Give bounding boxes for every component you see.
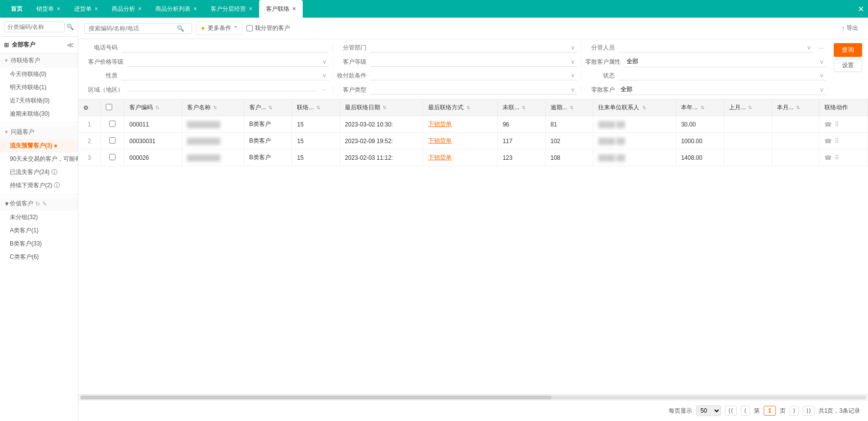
manager-more[interactable]: ··· [817,45,826,51]
col-contact-days[interactable]: 联络... ⇅ [292,99,340,116]
tab-analysis-list[interactable]: 商品分析列表 × [148,0,204,18]
last-page-btn[interactable]: ⟩⟩ [803,406,815,416]
status-select[interactable]: ∨ [619,71,826,80]
sidebar-item-today[interactable]: 今天待联络(0) [0,68,78,81]
tab-analysis-list-close[interactable]: × [193,5,197,12]
global-close-button[interactable]: ✕ [858,4,864,14]
col-name[interactable]: 客户名称 ⇅ [182,99,244,116]
retail-value: 全部 [621,85,632,94]
row-checkbox-2[interactable] [100,149,124,166]
page-unit-label: 页 [780,407,786,415]
sidebar-group-value[interactable]: ▼ 价值客户 ↻ ✎ [0,197,78,211]
col-settings[interactable]: ⚙ [78,99,100,116]
col-last-month[interactable]: 上月... ⇅ [724,99,772,116]
col-this-year[interactable]: 本年... ⇅ [676,99,724,116]
phone-input[interactable] [121,43,329,52]
row-checkbox-1[interactable] [100,133,124,149]
sidebar-item-a-class[interactable]: A类客户(1) [0,224,78,237]
action-contact-icon-2[interactable]: ☎ [824,154,832,161]
tab-sales[interactable]: 销货单 × [29,0,67,18]
col-contact-person[interactable]: 往来单位联系人 ⇅ [593,99,676,116]
search-icon[interactable]: 🔍 [177,25,184,32]
row-checkbox-0[interactable] [100,116,124,133]
retail-select[interactable]: 全部 ∨ [619,84,826,95]
tab-customer-tier[interactable]: 客户分层经营 × [204,0,259,18]
region-more[interactable]: ··· [320,86,329,93]
col-this-month[interactable]: 本月... ⇅ [772,99,820,116]
row-last-method-2[interactable]: 下销货单 [423,149,498,166]
sidebar-search-input[interactable] [4,22,65,32]
first-page-btn[interactable]: ⟨⟨ [725,406,737,416]
action-contact-icon-0[interactable]: ☎ [824,121,832,128]
tab-customer-contact[interactable]: 客户联络 × [259,0,303,18]
search-input[interactable] [89,25,177,32]
sidebar-item-declining[interactable]: 持续下滑客户(2) ⓘ [0,179,78,192]
action-more-icon-0[interactable]: ⠿ [835,121,839,128]
manager-arrow: ∨ [807,44,811,51]
col-type[interactable]: 客户... ⇅ [244,99,292,116]
tab-sales-close[interactable]: × [57,5,60,12]
scrollbar-thumb[interactable] [80,396,552,399]
row-last-method-0[interactable]: 下销货单 [423,116,498,133]
action-contact-icon-1[interactable]: ☎ [824,138,832,145]
filter-cell-region: 区域（地区） ··· [84,86,333,94]
prev-page-btn[interactable]: ⟨ [741,406,750,416]
action-more-icon-1[interactable]: ⠿ [835,138,839,145]
row-contact-person-1: ████ ██ [593,133,676,149]
churn-warning-tooltip: 90天未交易的客户，可能有流失风险。 [0,152,78,166]
tab-purchase[interactable]: 进货单 × [67,0,105,18]
manager-select[interactable]: ∨ [619,43,813,52]
customer-type-select[interactable]: ∨ [370,85,578,95]
settings-button[interactable]: 设置 [834,59,862,72]
retail-attr-select[interactable]: 全部 ∨ [625,56,826,67]
sidebar-item-ungroup[interactable]: 未分组(32) [0,211,78,224]
sidebar-item-c-class[interactable]: C类客户(6) [0,250,78,264]
col-uncontacted[interactable]: 未联... ⇅ [498,99,546,116]
refresh-icon[interactable]: ↻ [35,200,40,207]
next-page-btn[interactable]: ⟩ [790,406,799,416]
sidebar-item-week[interactable]: 近7天待联络(0) [0,94,78,107]
col-last-method[interactable]: 最后联络方式 ⇅ [423,99,498,116]
scrollbar-track[interactable] [80,396,866,399]
dept-select[interactable]: ∨ [370,43,578,52]
sidebar-item-churn-warning[interactable]: 流失预警客户(3) ● [0,139,78,152]
sidebar-group-pending[interactable]: ▼ 待联络客户 [0,53,78,68]
sidebar-item-b-class[interactable]: B类客户(33) [0,237,78,250]
col-overdue[interactable]: 逾期... ⇅ [545,99,593,116]
sidebar-all-customers[interactable]: ⊞ 全部客户 ≪ [0,37,78,53]
sidebar-item-churned[interactable]: 已流失客户(24) ⓘ [0,166,78,179]
col-checkbox[interactable] [100,99,124,116]
region-select[interactable] [127,89,316,91]
query-button[interactable]: 查询 [834,43,862,57]
my-customers-checkbox[interactable] [246,25,253,31]
payment-select[interactable]: ∨ [370,71,578,80]
tab-purchase-close[interactable]: × [95,5,98,12]
sidebar-group-problem[interactable]: ▼ 问题客户 [0,125,78,139]
sidebar-item-overdue[interactable]: 逾期未联络(30) [0,107,78,121]
row-num-2: 3 [78,149,100,166]
action-more-icon-2[interactable]: ⠿ [835,154,839,161]
edit-icon[interactable]: ✎ [42,200,47,207]
tab-customer-tier-close[interactable]: × [249,5,252,12]
nature-select[interactable]: ∨ [121,71,329,80]
my-customers-checkbox-label[interactable]: 我分管的客户 [246,24,290,32]
price-grade-select[interactable]: ∨ [127,57,329,67]
filter-btn[interactable]: ▼ 更多条件 ⌃ [196,22,242,35]
grade-select[interactable]: ∨ [370,57,578,67]
col-code[interactable]: 客户编码 ⇅ [124,99,182,116]
row-last-method-1[interactable]: 下销货单 [423,133,498,149]
export-btn[interactable]: ↑ 导出 [838,22,862,34]
tab-analysis-close[interactable]: × [138,5,142,12]
sidebar-search-icon[interactable]: 🔍 [67,24,74,30]
sidebar-item-tomorrow[interactable]: 明天待联络(1) [0,81,78,94]
tab-customer-contact-close[interactable]: × [292,5,296,12]
row-contact-days-0: 15 [292,116,340,133]
tab-sales-label: 销货单 [36,5,54,13]
tab-home[interactable]: 首页 [4,0,29,18]
row-this-year-0: 30.00 [676,116,724,133]
tab-analysis[interactable]: 商品分析 × [105,0,148,18]
select-all-checkbox[interactable] [106,104,112,110]
per-page-select[interactable]: 50 100 200 [696,405,721,416]
col-last-date[interactable]: 最后联络日期 ⇅ [340,99,423,116]
filter-cell-nature: 性质 ∨ [84,71,333,80]
